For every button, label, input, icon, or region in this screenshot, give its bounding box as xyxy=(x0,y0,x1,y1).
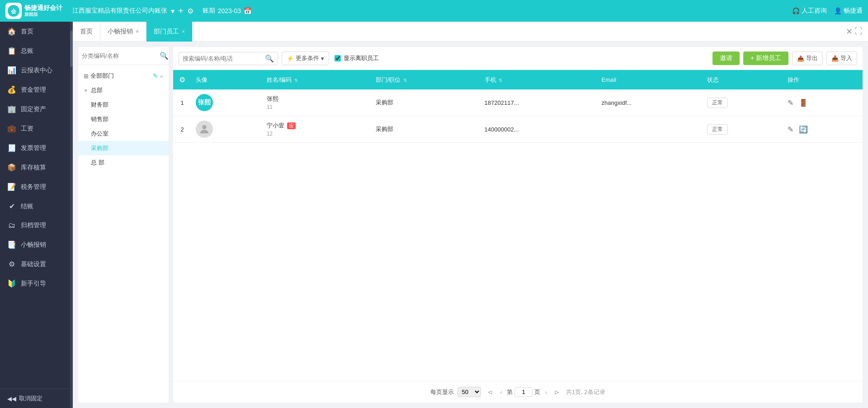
report-icon: 📊 xyxy=(7,66,16,75)
top-bar: 会 畅捷通好会计 旗舰版 江西服宝精品有限责任公司内账张 ▾ + ⚙ 账期 20… xyxy=(0,0,868,22)
row-status-cell: 正常 xyxy=(703,116,783,143)
row-index: 2 xyxy=(173,116,191,143)
dept-purchase[interactable]: 采购部 xyxy=(78,141,169,155)
dept-finance[interactable]: 财务部 xyxy=(78,98,169,112)
sidebar-item-label: 基础设置 xyxy=(21,260,46,268)
user-btn[interactable]: 👤 畅捷通 xyxy=(834,7,863,15)
sidebar-item-checkout[interactable]: ✔ 结账 xyxy=(0,197,70,216)
table-header-status: 状态 xyxy=(703,70,783,89)
close-tab-btn[interactable]: ✕ xyxy=(846,27,853,37)
filter-btn[interactable]: ⚡ 更多条件 ▾ xyxy=(282,52,329,65)
import-btn[interactable]: 📥 导入 xyxy=(826,52,857,65)
capital-icon: 💰 xyxy=(7,85,16,94)
export-btn[interactable]: 📤 导出 xyxy=(792,52,823,65)
unpin-sidebar-btn[interactable]: ◀◀ 取消固定 xyxy=(0,389,70,408)
sidebar-item-label: 结账 xyxy=(21,202,33,211)
more-icon[interactable]: 🚪 xyxy=(799,98,808,107)
dept-all-header[interactable]: ⊞ 全部部门 ✎ « xyxy=(78,69,169,83)
svg-point-2 xyxy=(202,125,206,129)
sidebar-item-general[interactable]: 📋 总账 xyxy=(0,41,70,61)
dept-edit-icon[interactable]: ✎ xyxy=(153,72,158,80)
dept-search-input[interactable] xyxy=(82,52,158,59)
search-icon[interactable]: 🔍 xyxy=(265,54,274,63)
first-page-btn[interactable]: ⊲ xyxy=(485,388,495,397)
add-icon[interactable]: + xyxy=(178,6,184,16)
sidebar-item-label: 总账 xyxy=(21,47,33,55)
sidebar-item-guide[interactable]: 🔰 新手引导 xyxy=(0,274,70,293)
tab-department[interactable]: 部门员工 × xyxy=(146,22,193,42)
calendar-icon[interactable]: 📅 xyxy=(244,7,251,14)
last-page-btn[interactable]: ⊳ xyxy=(552,388,562,397)
sidebar-item-label: 资金管理 xyxy=(21,86,46,94)
table-header-name[interactable]: 姓名/编码 ⇅ xyxy=(262,70,371,89)
sidebar-item-asset[interactable]: 🏢 固定资产 xyxy=(0,99,70,119)
employee-search-input[interactable] xyxy=(183,55,263,62)
sidebar-item-report[interactable]: 📊 云报表中心 xyxy=(0,61,70,80)
table-header-email: Email xyxy=(597,70,703,89)
dept-search-icon[interactable]: 🔍 xyxy=(160,52,169,60)
user-label: 畅捷通 xyxy=(844,7,863,15)
add-employee-btn[interactable]: + 新增员工 xyxy=(743,52,788,65)
expand-btn[interactable]: ⛶ xyxy=(854,27,863,36)
dept-office[interactable]: 办公室 xyxy=(78,127,169,141)
support-btn[interactable]: 🎧 人工咨询 xyxy=(792,7,827,15)
dept-all-label: 全部部门 xyxy=(90,72,114,80)
show-resigned-checkbox[interactable] xyxy=(335,55,341,61)
dept-hq2[interactable]: 总 部 xyxy=(78,155,169,170)
sidebar-item-home[interactable]: 🏠 首页 xyxy=(0,22,70,41)
table-gear-icon[interactable]: ⚙ xyxy=(179,76,185,84)
sidebar-item-tax[interactable]: 📝 税务管理 xyxy=(0,177,70,197)
row-name: 张熙 xyxy=(267,95,278,103)
tab-home[interactable]: 首页 xyxy=(73,22,100,42)
sidebar-item-label: 发票管理 xyxy=(21,144,46,152)
edit-icon[interactable]: ✎ xyxy=(788,125,793,134)
dept-hq[interactable]: ▼ 总部 xyxy=(78,83,169,98)
tabs-right: ✕ ⛶ xyxy=(840,27,868,37)
sidebar-item-label: 固定资产 xyxy=(21,105,46,113)
filter-chevron: ▾ xyxy=(321,55,324,62)
row-phone-cell: 140000002... xyxy=(480,116,597,143)
left-panel: 🔍 ⊞ 全部部门 ✎ « ▼ 总部 xyxy=(78,47,169,403)
row-avatar-cell xyxy=(191,116,262,143)
tab-expense-close[interactable]: × xyxy=(136,28,139,35)
sidebar-item-invoice[interactable]: 🧾 发票管理 xyxy=(0,138,70,158)
row-dept-cell: 采购部 xyxy=(371,116,480,143)
sidebar-item-inventory[interactable]: 📦 库存核算 xyxy=(0,158,70,177)
dept-hq-label: 总部 xyxy=(91,86,103,94)
invite-btn[interactable]: 邀请 xyxy=(712,52,740,65)
row-code: 12 xyxy=(267,131,367,137)
unpin-label: 取消固定 xyxy=(19,394,42,403)
row-email-cell xyxy=(597,116,703,143)
sidebar-item-basic[interactable]: ⚙ 基础设置 xyxy=(0,254,70,274)
table-header-dept[interactable]: 部门/职位 ⇅ xyxy=(371,70,480,89)
company-name[interactable]: 江西服宝精品有限责任公司内账张 xyxy=(72,7,167,15)
dropdown-icon[interactable]: ▾ xyxy=(171,7,175,15)
row-tag: 应 xyxy=(287,122,296,129)
dept-collapse-icon[interactable]: « xyxy=(160,73,163,80)
sidebar: 🏠 首页 📋 总账 📊 云报表中心 💰 资金管理 🏢 固定资产 💼 工资 🧾 发… xyxy=(0,22,70,408)
table-header-phone[interactable]: 手机 ⇅ xyxy=(480,70,597,89)
page-size-dropdown[interactable]: 10 20 50 100 xyxy=(458,387,481,397)
sidebar-item-archive[interactable]: 🗂 归档管理 xyxy=(0,216,70,235)
table-header-settings[interactable]: ⚙ xyxy=(173,70,191,89)
edit-icon[interactable]: ✎ xyxy=(788,98,793,107)
dept-sales[interactable]: 销售部 xyxy=(78,112,169,127)
dept-hq2-label: 总 部 xyxy=(91,159,104,167)
sidebar-item-label: 工资 xyxy=(21,125,33,133)
tab-home-label: 首页 xyxy=(80,28,93,36)
row-status-cell: 正常 xyxy=(703,89,783,116)
filter-icon: ⚡ xyxy=(287,55,294,62)
tab-expense[interactable]: 小畅报销 × xyxy=(100,22,146,42)
next-page-btn[interactable]: › xyxy=(542,388,550,397)
page-input[interactable] xyxy=(514,387,533,397)
period-value[interactable]: 2023-03 xyxy=(218,7,241,14)
sidebar-item-capital[interactable]: 💰 资金管理 xyxy=(0,80,70,99)
settings-icon[interactable]: ⚙ xyxy=(187,7,193,15)
tab-department-close[interactable]: × xyxy=(182,28,185,35)
sidebar-item-expense[interactable]: 📑 小畅报销 xyxy=(0,235,70,254)
prev-page-btn[interactable]: ‹ xyxy=(497,388,505,397)
more-icon[interactable]: 🔄 xyxy=(799,125,808,134)
period-label: 账期 xyxy=(203,7,215,15)
sidebar-item-payroll[interactable]: 💼 工资 xyxy=(0,119,70,138)
row-action-cell: ✎ 🚪 xyxy=(783,89,863,116)
